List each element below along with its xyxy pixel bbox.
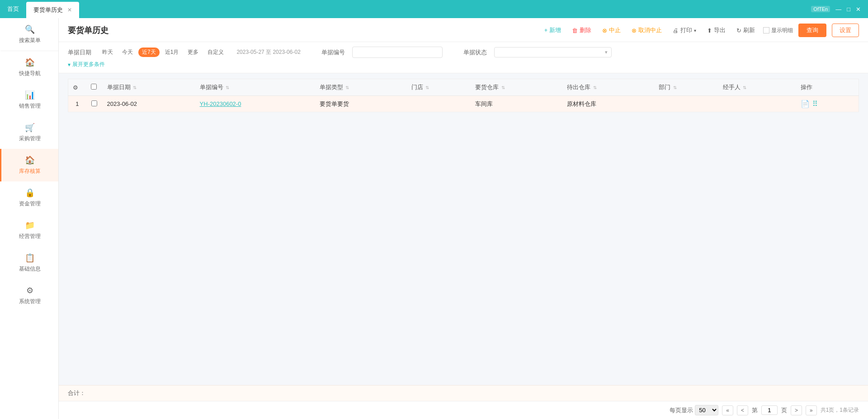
sidebar-label-basicinfo: 基础信息	[19, 265, 41, 273]
sort-date-icon[interactable]: ⇅	[133, 85, 137, 90]
export-icon: ⬆	[707, 27, 712, 34]
td-handler	[718, 96, 796, 112]
date-btn-yesterday[interactable]: 昨天	[99, 48, 117, 57]
table-footer: 合计：	[59, 385, 868, 401]
expand-more-btn[interactable]: ▾ 展开更多条件	[68, 61, 859, 68]
query-button[interactable]: 查询	[798, 24, 826, 37]
data-table: ⚙ 单据日期 ⇅ 单据编号 ⇅	[68, 79, 859, 112]
next-page-btn[interactable]: >	[791, 405, 802, 415]
settings-icon[interactable]: ⚙	[73, 84, 78, 91]
sort-docno-icon[interactable]: ⇅	[226, 85, 229, 90]
sort-pendwh-icon[interactable]: ⇅	[593, 85, 597, 90]
oft-badge: OfTEn	[811, 6, 830, 12]
td-store	[407, 96, 471, 112]
status-select[interactable]	[498, 49, 605, 56]
page-header: 要货单历史 + 新增 🗑 删除 ⊗ 中止 ⊗ 取消中止 🖨	[59, 18, 868, 42]
status-label: 单据状态	[463, 48, 487, 57]
window-close-btn[interactable]: ✕	[856, 6, 861, 13]
td-req-warehouse: 车间库	[471, 96, 562, 112]
row-checkbox[interactable]	[91, 100, 97, 106]
purchase-icon: 🛒	[25, 123, 35, 133]
new-button[interactable]: + 新增	[542, 24, 564, 36]
top-bar: 首页 要货单历史 ✕ OfTEn — □ ✕	[0, 0, 868, 18]
doc-no-input[interactable]	[352, 47, 443, 58]
sort-doctype-icon[interactable]: ⇅	[345, 85, 349, 90]
cancel-stop-icon: ⊗	[632, 27, 637, 34]
td-date: 2023-06-02	[103, 96, 195, 112]
tab-requisition-history[interactable]: 要货单历史 ✕	[26, 2, 79, 18]
sidebar-label-quicknav: 快捷导航	[19, 70, 41, 77]
setting-button[interactable]: 设置	[832, 24, 859, 37]
tab-list: 首页 要货单历史 ✕	[0, 0, 79, 18]
last-page-btn[interactable]: »	[806, 405, 817, 415]
first-page-btn[interactable]: «	[722, 405, 733, 415]
delete-button[interactable]: 🗑 删除	[569, 24, 594, 36]
window-maximize-btn[interactable]: □	[847, 6, 850, 13]
date-btn-today[interactable]: 今天	[118, 48, 137, 57]
date-range-display: 2023-05-27 至 2023-06-02	[236, 48, 300, 56]
sort-store-icon[interactable]: ⇅	[425, 85, 429, 90]
td-check	[86, 96, 103, 112]
sidebar-label-system: 系统管理	[19, 298, 41, 305]
pagination-bar: 每页显示 20 50 100 « < 第 页 > » 共1页，1条记录	[59, 401, 868, 419]
export-button[interactable]: ⬆ 导出	[704, 24, 728, 36]
date-btn-1month[interactable]: 近1月	[161, 48, 183, 57]
toggle-detail[interactable]: 显示明细	[763, 27, 793, 34]
sidebar-item-system[interactable]: ⚙ 系统管理	[0, 279, 58, 312]
sidebar-item-finance[interactable]: 🔒 资金管理	[0, 181, 58, 214]
detail-label: 显示明细	[771, 27, 793, 34]
sidebar: 🔍 搜索菜单 🏠 快捷导航 📊 销售管理 🛒 采购管理 🏠 库存核算 🔒 资金管…	[0, 18, 59, 419]
date-btn-more[interactable]: 更多	[184, 48, 202, 57]
main-layout: 🔍 搜索菜单 🏠 快捷导航 📊 销售管理 🛒 采购管理 🏠 库存核算 🔒 资金管…	[0, 18, 868, 419]
sort-dept-icon[interactable]: ⇅	[673, 85, 677, 90]
sidebar-item-sales[interactable]: 📊 销售管理	[0, 84, 58, 116]
sidebar-item-basicinfo[interactable]: 📋 基础信息	[0, 247, 58, 279]
th-date: 单据日期 ⇅	[103, 79, 195, 96]
th-doc-no: 单据编号 ⇅	[195, 79, 315, 96]
table-row: 1 2023-06-02 YH-20230602-0 要货单要货 车间库 原材料…	[68, 96, 859, 112]
table-header-row: ⚙ 单据日期 ⇅ 单据编号 ⇅	[68, 79, 859, 96]
date-btn-7days[interactable]: 近7天	[138, 48, 160, 57]
print-button[interactable]: 🖨 打印 ▾	[670, 24, 699, 36]
page-word: 第	[752, 406, 758, 414]
stop-button[interactable]: ⊗ 中止	[599, 24, 623, 36]
th-check	[86, 79, 103, 96]
delete-icon: 🗑	[572, 27, 578, 34]
detail-checkbox[interactable]	[763, 27, 769, 33]
window-minimize-btn[interactable]: —	[835, 6, 841, 13]
sidebar-item-search[interactable]: 🔍 搜索菜单	[0, 18, 58, 51]
sort-reqwh-icon[interactable]: ⇅	[501, 85, 505, 90]
sidebar-label-finance: 资金管理	[19, 200, 41, 208]
sales-icon: 📊	[25, 90, 35, 100]
page-input[interactable]	[761, 405, 778, 415]
finance-icon: 🔒	[25, 188, 35, 198]
select-all-checkbox[interactable]	[91, 84, 97, 90]
page-title: 要货单历史	[68, 25, 108, 36]
tab-close-icon[interactable]: ✕	[67, 7, 72, 13]
print-dropdown-icon: ▾	[694, 28, 696, 33]
sidebar-label-inventory: 库存核算	[19, 167, 41, 175]
prev-page-btn[interactable]: <	[737, 405, 748, 415]
tab-home[interactable]: 首页	[0, 0, 26, 18]
cancel-stop-button[interactable]: ⊗ 取消中止	[629, 24, 665, 36]
sidebar-item-inventory[interactable]: 🏠 库存核算	[0, 149, 58, 181]
sidebar-item-quicknav[interactable]: 🏠 快捷导航	[0, 51, 58, 84]
page-size-select[interactable]: 20 50 100	[695, 405, 718, 415]
th-dept: 部门 ⇅	[654, 79, 718, 96]
page-size-wrap: 每页显示 20 50 100	[670, 405, 718, 415]
sidebar-item-operations[interactable]: 📁 经营管理	[0, 214, 58, 247]
th-settings: ⚙	[68, 79, 86, 96]
edit-icon[interactable]: 📄	[801, 100, 810, 108]
expand-more-label: 展开更多条件	[72, 61, 105, 68]
refresh-button[interactable]: ↻ 刷新	[734, 24, 758, 36]
doc-no-link[interactable]: YH-20230602-0	[200, 100, 241, 107]
doc-no-label: 单据编号	[321, 48, 345, 57]
more-icon[interactable]: ⠿	[812, 100, 818, 108]
print-icon: 🖨	[673, 27, 679, 34]
sort-handler-icon[interactable]: ⇅	[743, 85, 746, 90]
sidebar-item-purchase[interactable]: 🛒 采购管理	[0, 116, 58, 149]
refresh-icon: ↻	[736, 27, 741, 34]
date-filter-label: 单据日期	[68, 48, 91, 57]
td-pending-warehouse: 原材料仓库	[562, 96, 654, 112]
date-btn-custom[interactable]: 自定义	[204, 48, 227, 57]
